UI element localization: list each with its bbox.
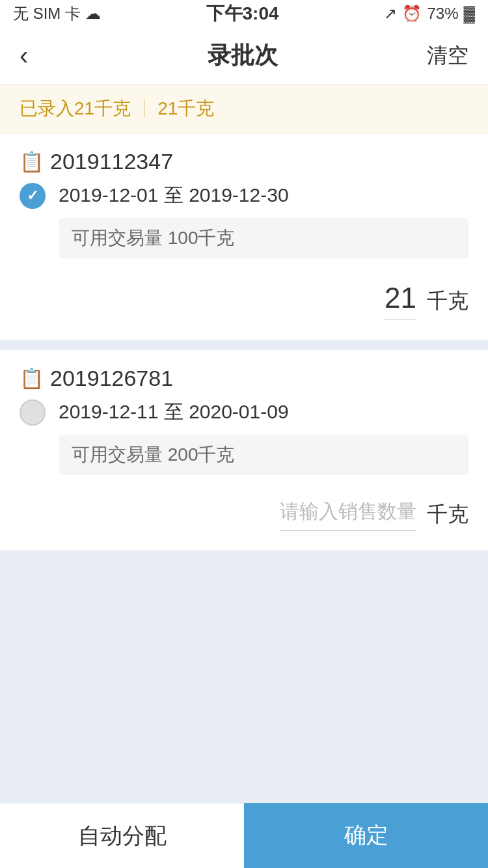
batch-2-header: 📋 2019126781 <box>20 366 468 391</box>
batch-1-quantity-value[interactable]: 21 <box>385 282 416 314</box>
batch-2-available: 可用交易量 200千克 <box>59 435 468 475</box>
section-divider-1 <box>0 340 488 350</box>
back-button[interactable]: ‹ <box>20 41 59 70</box>
batch-2-row: 2019-12-11 至 2020-01-09 <box>20 399 468 426</box>
sim-label: 无 SIM 卡 ☁ <box>13 3 101 24</box>
location-icon: ↗ <box>384 5 397 23</box>
batch-2-date: 2019-12-11 至 2020-01-09 <box>59 399 289 426</box>
batch-2-radio[interactable] <box>20 400 46 426</box>
batch-1-quantity-container: 21 <box>385 282 416 320</box>
batch-2-input-container[interactable]: 请输入销售数量 <box>280 498 416 531</box>
status-time: 下午3:04 <box>206 1 279 26</box>
bottom-bar: 自动分配 确定 <box>0 803 488 868</box>
batch-1-date: 2019-12-01 至 2019-12-30 <box>59 182 289 209</box>
summary-divider <box>144 100 144 118</box>
batch-1-radio[interactable]: ✓ <box>20 183 46 209</box>
batch-1-row: ✓ 2019-12-01 至 2019-12-30 <box>20 182 468 209</box>
batch-1-quantity-row: 21 千克 <box>0 271 488 320</box>
page-content: 已录入21千克 21千克 📋 2019112347 ✓ 2019-12-01 至… <box>0 85 488 868</box>
clear-button[interactable]: 清空 <box>427 42 468 70</box>
status-right: ↗ ⏰ 73% ▓ <box>384 5 475 23</box>
batch-1-available: 可用交易量 100千克 <box>59 218 468 258</box>
checkmark-icon: ✓ <box>27 187 38 204</box>
status-left: 无 SIM 卡 ☁ <box>13 3 101 24</box>
batch-item-1[interactable]: 📋 2019112347 ✓ 2019-12-01 至 2019-12-30 可… <box>0 133 488 340</box>
batch-item-2[interactable]: 📋 2019126781 2019-12-11 至 2020-01-09 可用交… <box>0 350 488 550</box>
batch-1-icon: 📋 <box>20 150 44 173</box>
batch-2-number: 2019126781 <box>50 366 173 391</box>
alarm-icon: ⏰ <box>402 5 422 23</box>
nav-bar: ‹ 录批次 清空 <box>0 27 488 85</box>
batch-1-number: 2019112347 <box>50 149 173 174</box>
auto-distribute-button[interactable]: 自动分配 <box>0 803 244 868</box>
battery-icon: ▓ <box>463 5 475 23</box>
batch-2-icon: 📋 <box>20 367 44 390</box>
recorded-label: 已录入21千克 <box>20 96 131 121</box>
page-title: 录批次 <box>208 40 278 72</box>
confirm-button[interactable]: 确定 <box>244 803 488 868</box>
total-label: 21千克 <box>157 96 214 121</box>
batch-1-header: 📋 2019112347 <box>20 149 468 174</box>
batch-1-unit: 千克 <box>427 287 468 316</box>
battery-label: 73% <box>427 5 458 23</box>
batch-2-input-row: 请输入销售数量 千克 <box>0 488 488 531</box>
summary-banner: 已录入21千克 21千克 <box>0 85 488 133</box>
status-bar: 无 SIM 卡 ☁ 下午3:04 ↗ ⏰ 73% ▓ <box>0 0 488 27</box>
batch-2-input-placeholder: 请输入销售数量 <box>280 498 416 525</box>
batch-2-unit: 千克 <box>427 500 468 529</box>
